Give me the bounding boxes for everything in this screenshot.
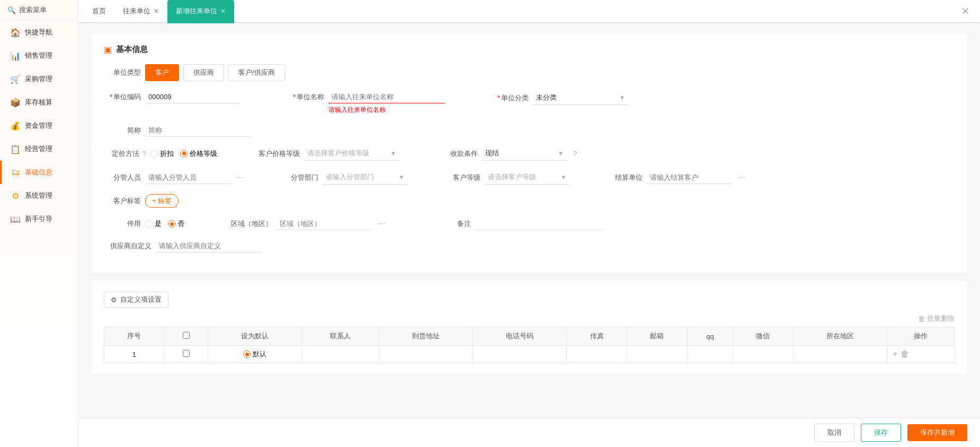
- tab-partners-close[interactable]: ✕: [154, 7, 159, 15]
- unit-code-group: *单位编码: [104, 91, 240, 103]
- col-checkbox[interactable]: [164, 327, 208, 346]
- sidebar-item-finance[interactable]: 💰 资金管理: [0, 114, 78, 137]
- operations-icon: 📋: [10, 144, 21, 154]
- settlement-input[interactable]: [647, 171, 732, 184]
- settlement-group: 结算单位 ···: [605, 171, 747, 184]
- add-row-icon[interactable]: +: [893, 349, 897, 359]
- col-default: 设为默认: [208, 327, 302, 346]
- dept-select[interactable]: 请输入分管部门 ▼: [323, 170, 407, 185]
- pricing-help-icon[interactable]: ?: [142, 150, 146, 157]
- sidebar-item-sales[interactable]: 📊 销售管理: [0, 44, 78, 67]
- sidebar-item-guide-label: 新手引导: [25, 214, 52, 224]
- disable-label: 停用: [104, 219, 141, 229]
- tag-group: 客户标签 + 标签: [104, 194, 179, 208]
- inventory-icon: 📦: [10, 97, 21, 108]
- sidebar-item-basicinfo-label: 基础信息: [25, 168, 52, 177]
- unit-name-input[interactable]: [328, 91, 445, 103]
- row-contact[interactable]: [302, 346, 379, 363]
- type-btn-supplier[interactable]: 供应商: [183, 64, 224, 81]
- supplier-custom-input[interactable]: [156, 240, 262, 252]
- payment-terms-select[interactable]: 现结 ▼: [482, 146, 567, 161]
- sidebar-item-inventory-label: 库存核算: [25, 98, 52, 107]
- unit-code-label: *单位编码: [104, 92, 141, 102]
- main-area: 首页 往来单位 ✕ 新增往来单位 ✕ ✕ ▣ 基本信息 单位类型 客户: [78, 0, 980, 447]
- sidebar-item-basicinfo[interactable]: 🗂 基础信息: [0, 161, 78, 184]
- save-button[interactable]: 保存: [861, 424, 901, 442]
- sidebar-item-inventory[interactable]: 📦 库存核算: [0, 91, 78, 114]
- default-radio-dot: [243, 350, 251, 358]
- disable-radio-no[interactable]: 否: [168, 219, 184, 229]
- sidebar-item-operations[interactable]: 📋 经营管理: [0, 137, 78, 161]
- remark-input[interactable]: [475, 217, 602, 230]
- row-phone[interactable]: [473, 346, 566, 363]
- search-menu-label: 搜索菜单: [19, 5, 47, 15]
- tab-new-partner-close[interactable]: ✕: [220, 7, 226, 15]
- row-qq[interactable]: [687, 346, 733, 363]
- sidebar-item-system-label: 系统管理: [25, 191, 52, 200]
- row-default[interactable]: 默认: [208, 346, 302, 363]
- tab-partners[interactable]: 往来单位 ✕: [114, 0, 167, 23]
- disable-radio-yes[interactable]: 是: [145, 219, 162, 229]
- batch-delete-button[interactable]: 🗑 批量删除: [104, 314, 955, 323]
- category-chevron-icon: ▼: [619, 94, 625, 101]
- batch-delete-icon: 🗑: [918, 315, 925, 323]
- pricing-radio-discount[interactable]: 折扣: [150, 149, 174, 159]
- row-wechat[interactable]: [733, 346, 793, 363]
- row-checkbox[interactable]: [164, 346, 208, 363]
- cancel-button[interactable]: 取消: [814, 424, 854, 442]
- row-fax[interactable]: [567, 346, 627, 363]
- unit-category-select[interactable]: 未分类 ▼: [533, 91, 628, 105]
- alias-input[interactable]: [145, 124, 251, 137]
- tab-new-partner[interactable]: 新增往来单位 ✕: [167, 0, 234, 23]
- row-select-checkbox[interactable]: [183, 350, 190, 357]
- search-menu[interactable]: 🔍 搜索菜单: [0, 0, 78, 21]
- unit-type-label: 单位类型: [104, 68, 141, 77]
- select-all-checkbox[interactable]: [183, 332, 190, 339]
- sidebar-item-quicknav[interactable]: 🏠 快捷导航: [0, 21, 78, 44]
- content-area: ▣ 基本信息 单位类型 客户 供应商 客户/供应商 *单位编码: [78, 23, 980, 418]
- manager-more-icon[interactable]: ···: [234, 173, 245, 182]
- region-more-icon[interactable]: ···: [376, 219, 387, 229]
- col-qq: qq: [687, 327, 733, 346]
- tab-home[interactable]: 首页: [84, 0, 114, 23]
- row-action[interactable]: + 🗑: [887, 346, 954, 363]
- row-region[interactable]: [793, 346, 887, 363]
- pricing-radio-level[interactable]: 价格等级: [180, 149, 217, 159]
- unit-code-input[interactable]: [145, 91, 240, 103]
- sidebar-item-purchase[interactable]: 🛒 采购管理: [0, 67, 78, 91]
- payment-terms-help-icon[interactable]: ?: [573, 150, 577, 157]
- section-header: ▣ 基本信息: [104, 45, 955, 55]
- sidebar-item-purchase-label: 采购管理: [25, 74, 52, 84]
- code-name-row: *单位编码 *单位名称 请输入往来单位名称 *单位分类 未分类 ▼: [104, 91, 955, 115]
- delete-row-icon[interactable]: 🗑: [901, 349, 909, 359]
- discount-radio-dot: [150, 150, 158, 157]
- tab-home-label: 首页: [92, 6, 106, 16]
- section-icon: ▣: [104, 45, 112, 55]
- disable-yes-dot: [145, 220, 153, 227]
- region-input[interactable]: [277, 217, 372, 230]
- price-level-select[interactable]: 请选择客户价格等级 ▼: [304, 146, 399, 161]
- tag-row: 客户标签 + 标签: [104, 194, 955, 208]
- row-email[interactable]: [627, 346, 687, 363]
- manager-label: 分管人员: [104, 173, 141, 182]
- tag-add-button[interactable]: + 标签: [145, 194, 179, 208]
- window-close-icon[interactable]: ✕: [956, 5, 975, 17]
- unit-category-group: *单位分类 未分类 ▼: [492, 91, 628, 105]
- customer-level-select[interactable]: 请选择客户等级 ▼: [485, 170, 569, 185]
- type-btn-customer[interactable]: 客户: [145, 64, 179, 81]
- row-address[interactable]: [379, 346, 473, 363]
- manager-input[interactable]: [145, 171, 230, 184]
- settlement-more-icon[interactable]: ···: [736, 173, 747, 182]
- col-fax: 传真: [567, 327, 627, 346]
- remark-label: 备注: [434, 219, 471, 229]
- custom-settings-button[interactable]: ⚙ 自定义项设置: [104, 292, 168, 308]
- customer-level-chevron-icon: ▼: [560, 174, 566, 180]
- alias-row: 简称: [104, 124, 955, 137]
- alias-group: 简称: [104, 124, 251, 137]
- sidebar-item-guide[interactable]: 📖 新手引导: [0, 207, 78, 231]
- sidebar-item-system[interactable]: ⚙ 系统管理: [0, 184, 78, 207]
- col-action: 操作: [887, 327, 954, 346]
- save-and-add-button[interactable]: 保存并新增: [907, 424, 967, 441]
- type-btn-both[interactable]: 客户/供应商: [228, 64, 285, 81]
- price-level-group: 客户价格等级 请选择客户价格等级 ▼: [259, 146, 399, 161]
